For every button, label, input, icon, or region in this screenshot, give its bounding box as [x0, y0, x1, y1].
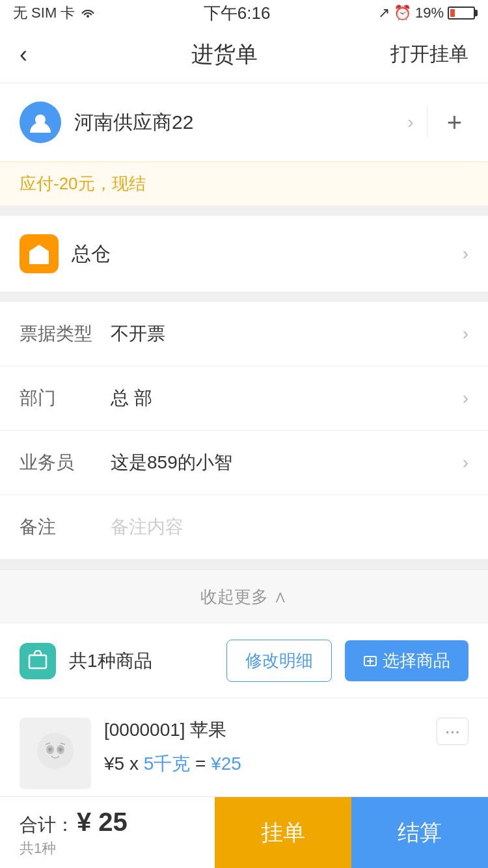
status-right: ↗ ⏰ 19%: [378, 5, 475, 21]
page-title: 进货单: [191, 40, 258, 70]
chevron-right-icon: ›: [407, 112, 413, 133]
product-count-icon: [20, 643, 56, 679]
sales-label: 业务员: [20, 450, 104, 475]
product-item: [0000001] 苹果 ¥5 x 5千克 = ¥25 ···: [0, 698, 488, 809]
sales-value: 这是859的小智: [104, 450, 463, 475]
collapse-button[interactable]: 收起更多 ∧: [0, 569, 488, 624]
chevron-right-icon: ›: [463, 323, 468, 344]
nav-bar: ‹ 进货单 打开挂单: [0, 26, 488, 83]
total-count: 共1种: [20, 839, 195, 858]
product-count-text: 共1种商品: [69, 649, 213, 673]
product-price: ¥5 x 5千克 = ¥25: [104, 752, 424, 776]
product-name: [0000001] 苹果: [104, 718, 424, 742]
vertical-divider: [427, 106, 427, 139]
more-button[interactable]: ···: [437, 718, 468, 745]
status-time: 下午6:16: [204, 2, 271, 25]
checkout-button[interactable]: 结算: [351, 797, 488, 868]
back-button[interactable]: ‹: [20, 41, 59, 68]
invoice-row[interactable]: 票据类型 不开票 ›: [0, 302, 488, 366]
svg-rect-1: [35, 256, 43, 264]
status-left: 无 SIM 卡: [13, 3, 96, 23]
carrier-text: 无 SIM 卡: [13, 3, 75, 23]
battery-percent: 19%: [415, 5, 444, 21]
remark-input[interactable]: 备注内容: [104, 515, 468, 539]
total-label: 合计：: [20, 813, 74, 837]
warehouse-section[interactable]: 总仓 ›: [0, 216, 488, 292]
svg-point-7: [48, 748, 52, 752]
unit-price: ¥5: [104, 753, 124, 774]
warehouse-name: 总仓: [72, 241, 463, 267]
select-product-button[interactable]: 选择商品: [345, 640, 468, 681]
hang-button[interactable]: 挂单: [215, 797, 351, 868]
chevron-right-icon: ›: [463, 388, 468, 409]
product-header: 共1种商品 修改明细 选择商品: [0, 624, 488, 698]
product-total: ¥25: [211, 753, 241, 774]
status-bar: 无 SIM 卡 下午6:16 ↗ ⏰ 19%: [0, 0, 488, 26]
total-amount: ¥ 25: [77, 807, 128, 837]
supplier-avatar: [20, 102, 61, 143]
select-product-label: 选择商品: [383, 649, 450, 672]
total-section: 合计： ¥ 25 共1种: [0, 797, 215, 868]
modify-detail-button[interactable]: 修改明细: [226, 640, 332, 682]
location-icon: ↗: [378, 5, 390, 21]
warehouse-icon: [20, 234, 59, 273]
alarm-icon: ⏰: [394, 5, 411, 21]
chevron-right-icon: ›: [463, 452, 468, 473]
product-info: [0000001] 苹果 ¥5 x 5千克 = ¥25: [104, 718, 424, 776]
content-area: 河南供应商22 › + 应付-20元，现结 总仓 › 票据类型 不开票 ›: [0, 83, 488, 868]
supplier-notice: 应付-20元，现结: [0, 161, 488, 206]
invoice-label: 票据类型: [20, 321, 104, 346]
supplier-section: 河南供应商22 › + 应付-20元，现结: [0, 83, 488, 206]
svg-rect-2: [29, 655, 46, 668]
sales-row[interactable]: 业务员 这是859的小智 ›: [0, 431, 488, 495]
dept-value: 总 部: [104, 386, 463, 411]
product-title: 苹果: [190, 720, 226, 740]
add-button[interactable]: +: [441, 108, 468, 137]
chevron-right-icon: ›: [463, 243, 468, 264]
svg-point-4: [37, 733, 74, 769]
form-section: 票据类型 不开票 › 部门 总 部 › 业务员 这是859的小智 › 备注 备注…: [0, 302, 488, 559]
product-qty: 5千克: [144, 753, 191, 774]
remark-row[interactable]: 备注 备注内容: [0, 495, 488, 559]
product-section: 共1种商品 修改明细 选择商品: [0, 624, 488, 809]
wifi-icon: [80, 5, 96, 21]
battery-icon: [448, 7, 475, 20]
bottom-bar: 合计： ¥ 25 共1种 挂单 结算: [0, 796, 488, 868]
supplier-row[interactable]: 河南供应商22 › +: [0, 83, 488, 161]
multiply-sign: x: [129, 753, 144, 774]
open-hang-button[interactable]: 打开挂单: [390, 41, 468, 68]
product-placeholder-icon: [36, 731, 75, 776]
svg-point-8: [59, 748, 62, 752]
dept-row[interactable]: 部门 总 部 ›: [0, 366, 488, 431]
warehouse-row[interactable]: 总仓 ›: [0, 216, 488, 292]
remark-label: 备注: [20, 515, 104, 539]
equals-sign: =: [195, 753, 211, 774]
product-code: [0000001]: [104, 720, 185, 740]
product-thumbnail: [20, 718, 91, 789]
dept-label: 部门: [20, 386, 104, 411]
invoice-value: 不开票: [104, 321, 463, 346]
supplier-name: 河南供应商22: [74, 109, 407, 136]
